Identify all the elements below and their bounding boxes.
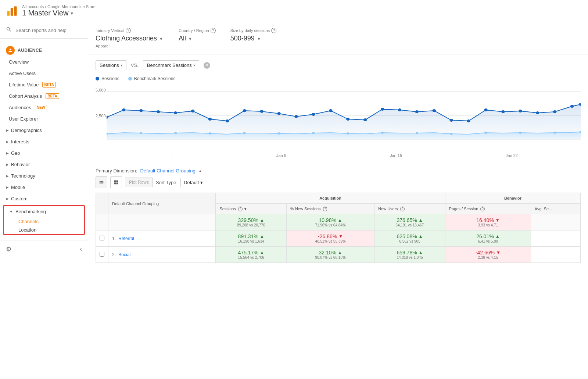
logo-icon — [6, 5, 18, 17]
sort-select[interactable]: Default ▾ — [180, 178, 206, 187]
row2-checkbox[interactable] — [96, 247, 108, 263]
view-title[interactable]: 1 Master View ▾ — [22, 9, 96, 17]
row2-pages-col: -42.66% ▼ 2.38 vs 4.15 — [445, 247, 531, 263]
gear-icon[interactable]: ⚙ — [6, 245, 12, 253]
svg-point-8 — [139, 109, 143, 112]
up-arrow-icon: ▲ — [260, 218, 264, 223]
collapse-arrow-icon[interactable]: ▲ — [198, 169, 202, 173]
svg-point-32 — [553, 110, 556, 113]
sidebar-item-audiences[interactable]: Audiences NEW — [0, 102, 88, 113]
row1-avg-col — [531, 230, 580, 247]
sidebar-group-demographics[interactable]: ▶ Demographics — [0, 125, 88, 136]
chart-area: Sessions ▾ VS. Benchmark Sessions ▾ ✕ Se… — [88, 54, 588, 164]
legend-benchmark: Benchmark Sessions — [128, 76, 176, 81]
up-arrow-icon: ▲ — [338, 250, 342, 255]
row2-sessions-sub: 15,564 vs 2,706 — [219, 255, 283, 260]
row1-checkbox[interactable] — [96, 230, 108, 247]
row1-channel-link[interactable]: Referral — [118, 236, 134, 241]
help-icon[interactable]: ? — [323, 207, 327, 211]
th-pages-session[interactable]: Pages / Session ? — [445, 204, 531, 214]
svg-point-41 — [312, 132, 315, 134]
up-arrow-icon: ▲ — [419, 234, 423, 239]
country-dropdown-btn[interactable]: ▾ — [187, 35, 193, 42]
svg-point-23 — [398, 108, 401, 111]
th-sessions[interactable]: Sessions ? ▼ — [216, 204, 287, 214]
row2-new-sessions-sub: 90.07% vs 68.18% — [290, 255, 370, 260]
benchmark-selector-btn[interactable]: Benchmark Sessions ▾ — [143, 60, 199, 70]
sidebar-group-behavior[interactable]: ▶ Behavior — [0, 159, 88, 170]
sidebar-item-active-users[interactable]: Active Users — [0, 68, 88, 79]
svg-point-40 — [278, 132, 280, 135]
collapse-sidebar-icon[interactable]: ‹ — [80, 245, 82, 253]
svg-point-25 — [433, 109, 436, 112]
row2-new-sessions-val: 32.10% ▲ — [290, 250, 370, 255]
sidebar: AUDIENCE Overview Active Users Lifetime … — [0, 22, 88, 379]
sidebar-sub-channels[interactable]: Channels — [4, 217, 84, 226]
svg-point-10 — [174, 111, 177, 114]
search-input[interactable] — [15, 28, 82, 33]
list-view-btn[interactable] — [96, 176, 107, 188]
summary-pages-col: 16.40% ▼ 3.93 vs 4.71 — [445, 214, 531, 230]
help-icon[interactable]: ? — [238, 207, 243, 211]
sidebar-item-cohort-analysis[interactable]: Cohort Analysis BETA — [0, 90, 88, 102]
svg-point-29 — [501, 110, 505, 113]
th-checkbox — [96, 193, 108, 214]
sidebar-group-benchmarking[interactable]: ▼ Benchmarking — [4, 206, 84, 217]
primary-dim-value[interactable]: Default Channel Grouping — [140, 168, 195, 174]
benchmarking-section: ▼ Benchmarking Channels Location — [3, 205, 85, 235]
industry-dropdown-btn[interactable]: ▾ — [158, 35, 164, 42]
sidebar-item-lifetime-value[interactable]: Lifetime Value BETA — [0, 79, 88, 90]
breadcrumb: All accounts Google Merchandise Store — [22, 4, 96, 9]
svg-point-42 — [347, 132, 349, 135]
industry-sub: Apparel — [96, 44, 164, 48]
svg-point-43 — [381, 132, 384, 134]
row2-sessions-val: 475.17% ▲ — [219, 250, 283, 255]
arrow-icon: ▶ — [6, 151, 9, 155]
row2-pages-val: -42.66% ▼ — [449, 250, 527, 255]
svg-point-21 — [363, 118, 367, 121]
th-avg-session[interactable]: Avg. Se... — [531, 204, 580, 214]
svg-rect-1 — [11, 8, 13, 16]
th-new-users[interactable]: New Users ? — [374, 204, 445, 214]
row1-pages-col: 26.01% ▲ 6.41 vs 5.09 — [445, 230, 531, 247]
sidebar-group-geo[interactable]: ▶ Geo — [0, 147, 88, 159]
row2-channel-link[interactable]: Social — [118, 252, 130, 257]
sidebar-item-user-explorer[interactable]: User Explorer — [0, 113, 88, 125]
sidebar-sub-location[interactable]: Location — [4, 226, 84, 234]
summary-sessions-val: 329.50% ▲ — [219, 217, 283, 223]
row2-channel: 2. Social — [108, 247, 216, 263]
sort-caret-icon: ▾ — [200, 180, 203, 185]
grid-view-btn[interactable] — [110, 176, 122, 188]
svg-point-20 — [346, 118, 349, 121]
summary-pages-sub: 3.93 vs 4.71 — [449, 223, 527, 227]
sort-desc-icon[interactable]: ▼ — [244, 207, 247, 211]
row1-new-sessions-sub: 40.51% vs 55.39% — [290, 239, 370, 243]
size-help-icon[interactable]: ? — [271, 28, 276, 33]
sidebar-group-mobile[interactable]: ▶ Mobile — [0, 182, 88, 193]
industry-value: Clothing Accessories — [96, 35, 157, 42]
help-icon[interactable]: ? — [400, 207, 405, 211]
sidebar-group-interests[interactable]: ▶ Interests — [0, 136, 88, 147]
svg-point-39 — [243, 132, 246, 134]
svg-point-18 — [312, 113, 315, 116]
metric-selectors: Sessions ▾ VS. Benchmark Sessions ▾ ✕ — [96, 60, 581, 70]
sidebar-group-technology[interactable]: ▶ Technology — [0, 170, 88, 182]
row1-checkbox-input[interactable] — [100, 236, 104, 240]
up-arrow-icon: ▲ — [495, 234, 500, 239]
industry-help-icon[interactable]: ? — [126, 28, 131, 33]
country-help-icon[interactable]: ? — [211, 28, 216, 33]
row2-checkbox-input[interactable] — [100, 252, 104, 257]
row2-avg-col — [531, 247, 580, 263]
summary-new-users-val: 376.65% ▲ — [378, 217, 441, 223]
close-benchmark-btn[interactable]: ✕ — [204, 62, 210, 69]
bottom-bar: ⚙ ‹ — [0, 240, 88, 258]
sessions-selector-btn[interactable]: Sessions ▾ — [96, 60, 126, 70]
row1-channel: 1. Referral — [108, 230, 216, 247]
help-icon[interactable]: ? — [480, 207, 485, 211]
breadcrumb-nav: All accounts Google Merchandise Store 1 … — [22, 4, 96, 17]
view-dropdown-icon[interactable]: ▾ — [71, 10, 73, 16]
sidebar-item-overview[interactable]: Overview — [0, 56, 88, 68]
sidebar-group-custom[interactable]: ▶ Custom — [0, 193, 88, 204]
th-new-sessions[interactable]: % New Sessions ? — [287, 204, 374, 214]
size-dropdown-btn[interactable]: ▾ — [256, 35, 262, 42]
